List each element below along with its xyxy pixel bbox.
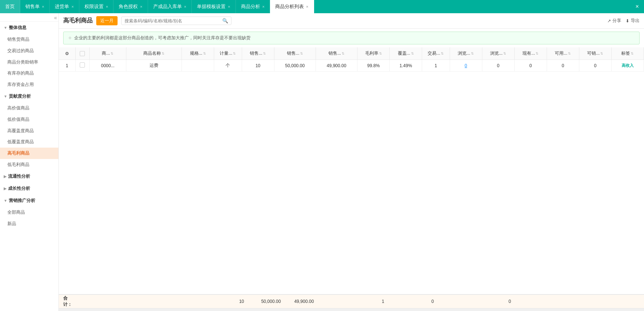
nav-close-permission[interactable]: × bbox=[106, 4, 108, 9]
col-settings[interactable]: ⚙ bbox=[59, 47, 75, 60]
page-title: 高毛利商品 bbox=[63, 17, 93, 25]
nav-close-product-analysis-list[interactable]: × bbox=[306, 4, 308, 9]
horizontal-scrollbar[interactable] bbox=[59, 308, 644, 311]
sidebar-item-traded-goods[interactable]: 交易过的商品 bbox=[0, 45, 58, 57]
chevron-right-icon: ▶ bbox=[4, 174, 7, 178]
sidebar-item-stock-goods[interactable]: 有库存的商品 bbox=[0, 68, 58, 79]
sidebar-item-sales-goods[interactable]: 销售货商品 bbox=[0, 34, 58, 45]
window-close-button[interactable]: × bbox=[630, 0, 644, 13]
search-icon[interactable]: 🔍 bbox=[222, 18, 228, 23]
col-available[interactable]: 可用...⇅ bbox=[547, 47, 579, 60]
sidebar-item-all-goods[interactable]: 全部商品 bbox=[0, 207, 58, 218]
nav-close-sales-order[interactable]: × bbox=[42, 4, 44, 9]
chevron-down-icon: ▼ bbox=[4, 26, 7, 30]
top-navigation: 首页 销售单 × 进货单 × 权限设置 × 角色授权 × 产成品入库单 × 单据… bbox=[0, 0, 644, 13]
nav-sales-order[interactable]: 销售单 × bbox=[20, 0, 50, 13]
nav-product-warehouse[interactable]: 产成品入库单 × bbox=[148, 0, 192, 13]
sidebar-item-low-coverage[interactable]: 低覆盖度商品 bbox=[0, 136, 58, 148]
sort-icon-4: ⇅ bbox=[233, 52, 236, 55]
col-sales-cost[interactable]: 销售...⇅ bbox=[316, 47, 357, 60]
row-select-checkbox[interactable] bbox=[80, 62, 85, 68]
chevron-down-icon-3: ▼ bbox=[4, 199, 7, 203]
export-icon: ⬇ bbox=[626, 18, 629, 23]
sidebar-group-marketing[interactable]: ▼ 营销推广分析 bbox=[0, 195, 58, 207]
footer-browse2: 0 bbox=[420, 299, 446, 304]
sort-icon-11: ⇅ bbox=[471, 52, 474, 55]
sort-icon-16: ⇅ bbox=[631, 52, 634, 55]
nav-home[interactable]: 首页 bbox=[0, 0, 20, 13]
col-trades[interactable]: 交易...⇅ bbox=[422, 47, 450, 60]
sidebar-item-category-rate[interactable]: 商品分类助销率 bbox=[0, 57, 58, 68]
row-gross-rate: 99.8% bbox=[357, 60, 390, 72]
row-sales-amount: 50,000.00 bbox=[274, 60, 316, 72]
sort-icon-14: ⇅ bbox=[568, 52, 571, 55]
row-browse1[interactable]: 0 bbox=[450, 60, 482, 72]
sort-icon-13: ⇅ bbox=[536, 52, 539, 55]
col-code[interactable]: 商...⇅ bbox=[89, 47, 126, 60]
row-sales-cost: 49,900.00 bbox=[316, 60, 357, 72]
row-available: 0 bbox=[547, 60, 579, 72]
col-name[interactable]: 商品名称⇅ bbox=[126, 47, 182, 60]
sidebar-item-low-margin[interactable]: 低毛利商品 bbox=[0, 159, 58, 170]
nav-role-auth[interactable]: 角色授权 × bbox=[114, 0, 148, 13]
col-spec[interactable]: 规格...⇅ bbox=[182, 47, 214, 60]
nav-close-product-warehouse[interactable]: × bbox=[184, 4, 186, 9]
col-unit[interactable]: 计量...⇅ bbox=[214, 47, 242, 60]
sidebar-group-liquidity[interactable]: ▶ 流通性分析 bbox=[0, 170, 58, 182]
sidebar-item-high-coverage[interactable]: 高覆盖度商品 bbox=[0, 125, 58, 137]
sort-icon-10: ⇅ bbox=[441, 52, 444, 55]
row-current-stock: 0 bbox=[514, 60, 547, 72]
sidebar-item-stock-capital[interactable]: 库存资金占用 bbox=[0, 79, 58, 90]
total-label: 合计： bbox=[61, 295, 83, 308]
row-name: 运费 bbox=[126, 60, 182, 72]
col-gross-rate[interactable]: 毛利率⇅ bbox=[357, 47, 390, 60]
sidebar-collapse-btn[interactable]: « bbox=[54, 15, 57, 21]
select-all-checkbox[interactable] bbox=[80, 51, 85, 56]
share-button[interactable]: ↗ 分享 bbox=[607, 18, 621, 24]
nav-close-purchase-order[interactable]: × bbox=[71, 4, 73, 9]
search-box: 🔍 bbox=[121, 17, 231, 25]
sidebar-group-growth[interactable]: ▶ 成长性分析 bbox=[0, 182, 58, 195]
nav-product-analysis-list[interactable]: 商品分析列表 × bbox=[270, 0, 314, 13]
sidebar-item-high-margin[interactable]: 高毛利商品 bbox=[0, 148, 58, 159]
footer-total: 合计： 10 50,000.00 49,900.00 1 0 0 bbox=[59, 294, 644, 308]
footer-sales-amount: 50,000.00 bbox=[255, 299, 288, 304]
nav-purchase-order[interactable]: 进货单 × bbox=[50, 0, 79, 13]
col-current-stock[interactable]: 现有...⇅ bbox=[514, 47, 547, 60]
nav-template-settings[interactable]: 单据模板设置 × bbox=[192, 0, 235, 13]
col-saleable[interactable]: 可销...⇅ bbox=[579, 47, 611, 60]
col-sales-amount[interactable]: 销售...⇅ bbox=[274, 47, 316, 60]
header-actions: ↗ 分享 ⬇ 导出 bbox=[607, 18, 640, 24]
content-area: 高毛利商品 近一月 🔍 ↗ 分享 ⬇ 导出 bbox=[59, 13, 644, 311]
chevron-right-icon-2: ▶ bbox=[4, 187, 7, 191]
nav-product-analysis[interactable]: 商品分析 × bbox=[236, 0, 270, 13]
footer-sales-qty: 10 bbox=[229, 299, 255, 304]
col-tag[interactable]: 标签⇅ bbox=[611, 47, 644, 60]
footer-sales-cost: 49,900.00 bbox=[288, 299, 321, 304]
sort-icon-8: ⇅ bbox=[379, 52, 382, 55]
filter-recent-month[interactable]: 近一月 bbox=[96, 16, 118, 25]
sort-icon-7: ⇅ bbox=[342, 52, 345, 55]
chevron-down-icon-2: ▼ bbox=[4, 94, 7, 98]
col-browse1[interactable]: 浏览...⇅ bbox=[450, 47, 482, 60]
sidebar-group-overall[interactable]: ▼ 整体信息 bbox=[0, 22, 58, 34]
info-banner: ✧ 企业的主要的利润都是这部分商品创造的，可考虑加大推广，同时关注库存是不要出现… bbox=[63, 32, 640, 44]
col-browse2[interactable]: 浏览...⇅ bbox=[482, 47, 514, 60]
row-checkbox[interactable] bbox=[75, 60, 89, 72]
sidebar-group-contribution[interactable]: ▼ 贡献度分析 bbox=[0, 90, 58, 102]
sidebar-item-new-goods[interactable]: 新品 bbox=[0, 218, 58, 229]
nav-close-role-auth[interactable]: × bbox=[140, 4, 142, 9]
col-sales-qty[interactable]: 销售...⇅ bbox=[242, 47, 274, 60]
nav-close-product-analysis[interactable]: × bbox=[262, 4, 265, 9]
export-button[interactable]: ⬇ 导出 bbox=[626, 18, 640, 24]
footer-trades: 1 bbox=[372, 299, 394, 304]
nav-close-template[interactable]: × bbox=[228, 4, 230, 9]
sidebar-item-high-value[interactable]: 高价值商品 bbox=[0, 102, 58, 114]
sort-icon-9: ⇅ bbox=[411, 52, 414, 55]
nav-permission-settings[interactable]: 权限设置 × bbox=[79, 0, 114, 13]
sidebar-item-low-value[interactable]: 低价值商品 bbox=[0, 114, 58, 125]
row-saleable: 0 bbox=[579, 60, 611, 72]
col-checkbox[interactable] bbox=[75, 47, 89, 60]
search-input[interactable] bbox=[125, 18, 222, 23]
col-coverage[interactable]: 覆盖...⇅ bbox=[390, 47, 422, 60]
